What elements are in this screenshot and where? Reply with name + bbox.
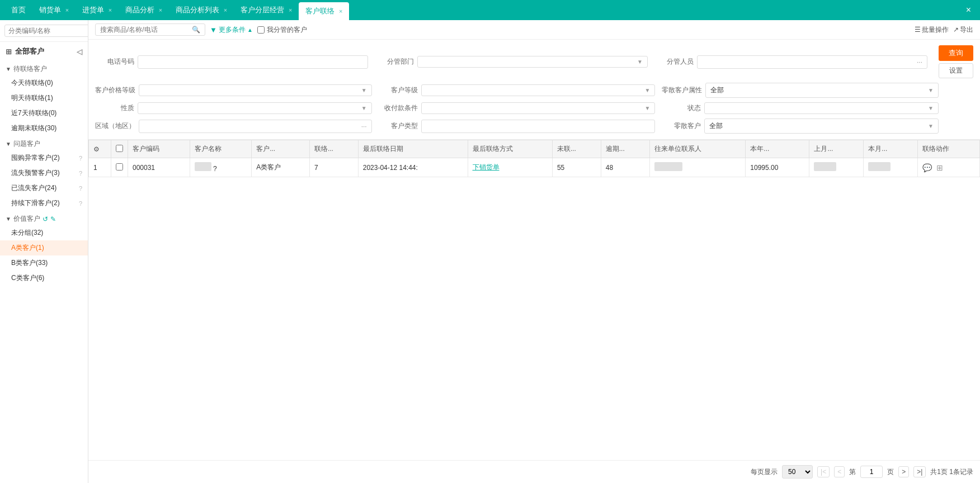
sidebar-item-abnormal[interactable]: 囤购异常客户(2) ?: [0, 150, 88, 165]
nav-customer-contact[interactable]: 客户联络 ×: [299, 2, 349, 20]
filter-retail-customer: 零散客户 全部 ▼: [662, 119, 939, 134]
prev-page-button[interactable]: <: [834, 466, 845, 477]
filter-payment-select[interactable]: ▼: [421, 102, 656, 114]
chat-action-icon[interactable]: 💬: [922, 163, 932, 172]
col-last-contact-method[interactable]: 最后联络方式: [468, 140, 552, 158]
section-problem-customers[interactable]: ▼ 问题客户: [0, 136, 88, 150]
toolbar-search-icon[interactable]: 🔍: [192, 26, 200, 34]
col-contact-count[interactable]: 联络...: [309, 140, 358, 158]
col-contact-person[interactable]: 往来单位联系人: [649, 140, 746, 158]
col-name[interactable]: 客户名称: [190, 140, 252, 158]
sidebar-search-input[interactable]: [4, 25, 88, 37]
filter-dept-select[interactable]: ▼: [417, 56, 648, 68]
sidebar-collapse-icon[interactable]: ◁: [77, 48, 82, 56]
my-customers-checkbox-label[interactable]: 我分管的客户: [257, 25, 307, 35]
refresh-icon[interactable]: ↺: [43, 215, 48, 223]
last-page-button[interactable]: >|: [913, 466, 926, 477]
col-not-contacted[interactable]: 未联...: [552, 140, 601, 158]
arrow-icon-3: ▼: [6, 216, 11, 222]
filter-nature-select[interactable]: ▼: [138, 102, 372, 114]
col-code[interactable]: 客户编码: [128, 140, 190, 158]
nav-customer-contact-close[interactable]: ×: [339, 8, 342, 15]
nav-product-list[interactable]: 商品分析列表 ×: [169, 0, 234, 20]
sidebar-item-ungrouped[interactable]: 未分组(32): [0, 225, 88, 240]
window-close-button[interactable]: ×: [962, 5, 976, 15]
filter-retail-customer-select[interactable]: 全部 ▼: [704, 119, 939, 134]
toolbar-search-container: 🔍: [95, 23, 205, 36]
col-customer-type[interactable]: 客户...: [252, 140, 310, 158]
sidebar-item-class-a[interactable]: A类客户(1): [0, 240, 88, 255]
col-this-year[interactable]: 本年...: [746, 140, 809, 158]
settings-button[interactable]: 设置: [939, 63, 973, 78]
help-icon-1: ?: [79, 155, 82, 162]
cell-contact-person: [649, 158, 746, 177]
nav-product-analysis[interactable]: 商品分析 ×: [119, 0, 169, 20]
top-nav: 首页 销货单 × 进货单 × 商品分析 × 商品分析列表 × 客户分层经营 × …: [0, 0, 980, 20]
col-last-contact-date[interactable]: 最后联络日期: [358, 140, 468, 158]
filter-more-button[interactable]: ▼ 更多条件 ▲: [210, 25, 253, 35]
filter-status-select[interactable]: ▼: [704, 102, 939, 114]
cell-last-method[interactable]: 下销货单: [468, 158, 552, 177]
nav-product-analysis-close[interactable]: ×: [159, 7, 162, 13]
sidebar-search-container: 🔍: [0, 20, 88, 42]
section-value-customers[interactable]: ▼ 价值客户 ↺ ✎: [0, 211, 88, 225]
settings-icon[interactable]: ⚙: [93, 145, 100, 153]
filter-dept-label: 分管部门: [375, 57, 414, 67]
filter-region-select[interactable]: ···: [139, 120, 372, 133]
nav-purchase-close[interactable]: ×: [109, 7, 112, 13]
query-button[interactable]: 查询: [939, 45, 973, 61]
page-input[interactable]: [860, 466, 883, 478]
export-button[interactable]: ↗ 导出: [953, 25, 973, 35]
cell-seq: 1: [89, 158, 111, 177]
nav-product-list-close[interactable]: ×: [224, 7, 227, 13]
sidebar-item-overdue[interactable]: 逾期未联络(30): [0, 121, 88, 136]
qr-action-icon[interactable]: ⊞: [936, 163, 943, 172]
filter-manager-select[interactable]: ···: [697, 55, 927, 69]
col-settings[interactable]: ⚙: [89, 140, 111, 158]
cell-contact-count: 7: [309, 158, 358, 177]
batch-button[interactable]: ☰ 批量操作: [915, 25, 949, 35]
filter-price-select[interactable]: ▼: [139, 84, 372, 96]
sidebar-all-customers[interactable]: ⊞ 全部客户 ◁: [0, 42, 88, 61]
action-buttons: 查询 设置: [939, 45, 973, 78]
filter-arrow-icon: ▲: [247, 27, 253, 33]
col-checkbox[interactable]: [111, 140, 128, 158]
cell-name: ?: [190, 158, 252, 177]
nav-home[interactable]: 首页: [4, 0, 32, 20]
sidebar-item-tomorrow[interactable]: 明天待联络(1): [0, 91, 88, 106]
next-page-button[interactable]: >: [898, 466, 909, 477]
my-customers-checkbox[interactable]: [257, 26, 265, 34]
nav-sales[interactable]: 销货单 ×: [32, 0, 76, 20]
sidebar-item-churned[interactable]: 已流失客户(24) ?: [0, 181, 88, 196]
cell-not-contacted: 55: [552, 158, 601, 177]
filter-retail-attr-select[interactable]: 全部 ▼: [705, 83, 939, 98]
nav-sales-close[interactable]: ×: [65, 7, 69, 13]
sidebar-item-declining[interactable]: 持续下滑客户(2) ?: [0, 196, 88, 211]
sidebar-item-class-c[interactable]: C类客户(6): [0, 271, 88, 286]
customer-level-arrow-icon: ▼: [644, 87, 650, 93]
filter-customer-level-select[interactable]: ▼: [421, 84, 656, 96]
cell-checkbox[interactable]: [111, 158, 128, 177]
col-this-month[interactable]: 本月...: [864, 140, 918, 158]
filter-phone-input[interactable]: [138, 55, 368, 69]
col-last-month[interactable]: 上月...: [809, 140, 864, 158]
filter-price-label: 客户价格等级: [95, 86, 135, 95]
nav-purchase[interactable]: 进货单 ×: [76, 0, 119, 20]
section-pending-contact[interactable]: ▼ 待联络客户: [0, 61, 88, 75]
edit-icon[interactable]: ✎: [50, 215, 56, 223]
toolbar-search-input[interactable]: [100, 26, 190, 34]
row-checkbox[interactable]: [116, 163, 123, 171]
sidebar-item-class-b[interactable]: B类客户(33): [0, 255, 88, 271]
filter-retail-attr: 零散客户属性 全部 ▼: [662, 83, 939, 98]
col-overdue[interactable]: 逾期...: [601, 140, 649, 158]
contact-method-link[interactable]: 下销货单: [473, 163, 500, 171]
select-all-checkbox[interactable]: [116, 145, 123, 152]
nav-customer-tier[interactable]: 客户分层经营 ×: [234, 0, 299, 20]
first-page-button[interactable]: |<: [817, 466, 830, 477]
sidebar-item-churn-warning[interactable]: 流失预警客户(3) ?: [0, 165, 88, 181]
sidebar-item-today[interactable]: 今天待联络(0): [0, 75, 88, 91]
filter-customer-type-input[interactable]: [421, 120, 656, 133]
nav-customer-tier-close[interactable]: ×: [289, 7, 292, 13]
per-page-select[interactable]: 50 10 20 100: [782, 465, 813, 479]
sidebar-item-7days[interactable]: 近7天待联络(0): [0, 106, 88, 121]
